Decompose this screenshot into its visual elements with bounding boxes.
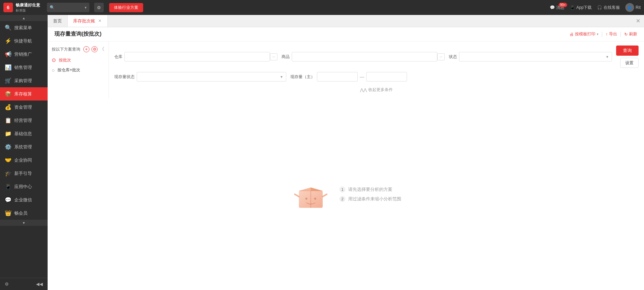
- sidebar-item-search[interactable]: 🔍 搜索菜单: [0, 21, 48, 34]
- tab-batch-account[interactable]: 库存批次账 ✕: [68, 15, 108, 27]
- stock-qty-label: 现存量（主）: [290, 74, 315, 80]
- filter-row-1: 仓库 ··· 商品 ··· 状态: [114, 46, 639, 68]
- online-support-action[interactable]: 🎧 在线客服: [597, 5, 620, 11]
- tab-home[interactable]: 首页: [48, 15, 68, 27]
- global-close-button[interactable]: ✕: [634, 18, 641, 24]
- search-bar[interactable]: 🔍 ▾: [47, 3, 89, 12]
- warehouse-more-btn[interactable]: ···: [270, 53, 277, 60]
- app-download-action[interactable]: 📱 App下载: [570, 5, 592, 11]
- sidebar-label-finance: 资金管理: [14, 104, 32, 110]
- solution-inactive-icon: ○: [52, 67, 55, 73]
- solution-header: 按以下方案查询 ＋ ⚙ 《: [48, 45, 108, 55]
- print-template-btn[interactable]: 🖨 按模板打印 ▾: [570, 31, 598, 37]
- sidebar-label-marketing: 营销推广: [14, 51, 32, 57]
- right-filter-panel: 仓库 ··· 商品 ··· 状态: [109, 41, 644, 98]
- tab-home-label: 首页: [53, 18, 62, 24]
- stock-status-dropdown[interactable]: ▼: [137, 72, 286, 81]
- sidebar-label-appcenter: 应用中心: [14, 184, 32, 190]
- warehouse-input[interactable]: [124, 52, 270, 61]
- avatar-icon: 👤: [627, 5, 632, 10]
- sidebar-label-enterprise: 企业协同: [14, 157, 32, 163]
- collapse-more-btn[interactable]: ⋀⋀ 收起更多条件: [114, 86, 639, 94]
- settings-solution-btn[interactable]: ⚙: [91, 46, 98, 52]
- solution-item-by-batch[interactable]: ⊙ 按批次: [48, 55, 108, 65]
- sidebar-scroll-down[interactable]: ▼: [0, 220, 48, 226]
- tip-text-1: 请先选择要分析的方案: [348, 186, 392, 193]
- status-dropdown[interactable]: ▼: [459, 52, 612, 61]
- sidebar-item-corpwechat[interactable]: 💬 企业微信: [0, 193, 48, 206]
- header-dropdown-arrow[interactable]: ▾: [85, 5, 87, 10]
- empty-svg: [292, 176, 329, 213]
- printer-icon: 🖨: [570, 32, 574, 37]
- phone-icon: 📱: [570, 5, 575, 10]
- online-support-label: 在线客服: [604, 5, 620, 11]
- collapse-solution-btn[interactable]: 《: [100, 46, 104, 52]
- empty-state: 1 请先选择要分析的方案 2 用过滤条件来缩小分析范围: [48, 98, 644, 290]
- page-title: 现存量查询(按批次): [54, 31, 102, 38]
- sidebar-item-inventory[interactable]: 📦 库存核算: [0, 87, 48, 101]
- refresh-btn[interactable]: ↻ 刷新: [624, 31, 637, 37]
- product-more-btn[interactable]: ···: [437, 53, 445, 60]
- sidebar-item-shortcut[interactable]: ⚡ 快捷导航: [0, 34, 48, 48]
- sidebar-item-sales[interactable]: 📊 销售管理: [0, 61, 48, 74]
- sidebar-item-basic[interactable]: 📁 基础信息: [0, 127, 48, 140]
- stock-qty-from-input[interactable]: [317, 72, 358, 81]
- experience-btn[interactable]: 体验行业方案: [109, 3, 143, 12]
- add-solution-btn[interactable]: ＋: [83, 46, 89, 52]
- filter-area: 按以下方案查询 ＋ ⚙ 《 ⊙ 按批次 ○ 按仓库+批次: [48, 41, 644, 98]
- solution-active-icon: ⊙: [52, 57, 56, 63]
- collapse-up-icon: ⋀⋀: [360, 88, 367, 92]
- purchase-icon: 🛒: [5, 77, 12, 84]
- divider-2: [621, 32, 621, 37]
- product-input[interactable]: [292, 52, 437, 61]
- stock-status-filter-item: 现存量状态 ▼: [114, 72, 286, 81]
- print-dropdown-icon[interactable]: ▾: [597, 32, 598, 36]
- page-header: 现存量查询(按批次) 🖨 按模板打印 ▾ ↑ 导出 ↻ 刷: [48, 27, 644, 41]
- sidebar-item-enterprise[interactable]: 🤝 企业协同: [0, 153, 48, 167]
- export-btn[interactable]: ↑ 导出: [606, 31, 617, 37]
- messages-action[interactable]: 💬 消息 99+: [550, 5, 564, 11]
- stock-qty-to-input[interactable]: [366, 72, 407, 81]
- filter-row-2: 现存量状态 ▼ 现存量（主） —: [114, 72, 639, 81]
- solution-item-by-wh-batch[interactable]: ○ 按仓库+批次: [48, 65, 108, 75]
- settings-bottom-icon[interactable]: ⚙: [5, 282, 9, 287]
- sidebar-item-member[interactable]: 👑 畅会员: [0, 206, 48, 220]
- sidebar-item-appcenter[interactable]: 📱 应用中心: [0, 180, 48, 193]
- header-right: 💬 消息 99+ 📱 App下载 🎧 在线客服 👤 Rit: [550, 3, 641, 12]
- solution-header-actions: ＋ ⚙ 《: [83, 46, 104, 52]
- query-btn[interactable]: 查询: [616, 46, 639, 56]
- app-download-label: App下载: [576, 5, 592, 11]
- sidebar-item-newguide[interactable]: 🎓 新手引导: [0, 167, 48, 180]
- svg-point-5: [305, 198, 307, 200]
- corpwechat-icon: 💬: [5, 197, 12, 203]
- newguide-icon: 🎓: [5, 170, 12, 177]
- sidebar-label-inventory: 库存核算: [14, 91, 32, 97]
- status-label: 状态: [449, 54, 457, 60]
- user-profile-action[interactable]: 👤 Rit: [625, 3, 641, 12]
- sidebar-item-finance[interactable]: 💰 资金管理: [0, 101, 48, 114]
- brand-edition: 标准版: [16, 8, 40, 13]
- column-settings-btn[interactable]: 设置: [620, 58, 639, 68]
- avatar: 👤: [625, 3, 634, 12]
- svg-marker-2: [311, 187, 323, 191]
- basic-icon: 📁: [5, 130, 12, 137]
- message-icon: 💬: [550, 5, 555, 10]
- sidebar-item-purchase[interactable]: 🛒 采购管理: [0, 74, 48, 87]
- sidebar-item-marketing[interactable]: 📢 营销推广: [0, 48, 48, 61]
- sidebar: ▲ 🔍 搜索菜单 ⚡ 快捷导航 📢 营销推广 📊 销售管理 🛒 采购管理 📦 库…: [0, 15, 48, 290]
- sidebar-scroll-up[interactable]: ▲: [0, 15, 48, 21]
- sidebar-item-business[interactable]: 📋 经营管理: [0, 114, 48, 127]
- system-icon: ⚙️: [5, 144, 12, 150]
- sound-icon[interactable]: ◀◀: [36, 282, 43, 287]
- warehouse-label: 仓库: [114, 54, 122, 60]
- tab-close-icon[interactable]: ✕: [97, 19, 102, 23]
- header-settings-icon[interactable]: ⚙: [94, 3, 104, 12]
- status-chevron-down-icon: ▼: [606, 55, 609, 59]
- solution-panel: 按以下方案查询 ＋ ⚙ 《 ⊙ 按批次 ○ 按仓库+批次: [48, 41, 109, 98]
- sidebar-item-system[interactable]: ⚙️ 系统管理: [0, 140, 48, 153]
- print-template-label: 按模板打印: [575, 31, 595, 37]
- search-input[interactable]: [56, 5, 83, 10]
- stock-status-chevron-down-icon: ▼: [280, 75, 283, 79]
- appcenter-icon: 📱: [5, 183, 12, 190]
- stock-status-label: 现存量状态: [114, 74, 135, 80]
